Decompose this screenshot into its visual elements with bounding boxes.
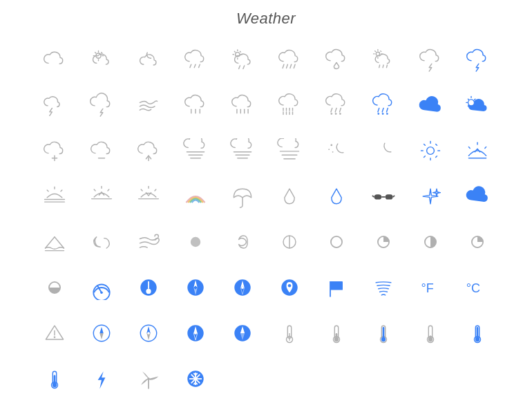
icon-dawn[interactable]	[31, 177, 78, 216]
svg-point-140	[334, 337, 339, 341]
icon-thermometer-half[interactable]	[313, 314, 360, 353]
icon-empty-5	[407, 359, 454, 398]
icon-gauge[interactable]	[78, 268, 125, 307]
icon-cloud-hail-blue[interactable]	[360, 86, 407, 124]
icon-very-dense-fog[interactable]	[266, 131, 313, 170]
icon-dark-cloud-lightning[interactable]	[78, 86, 125, 124]
svg-point-93	[191, 237, 200, 247]
svg-line-8	[287, 64, 288, 68]
icon-moon-stars[interactable]	[313, 131, 360, 170]
icon-cloud-moon[interactable]	[125, 40, 172, 79]
icon-half-moon-right[interactable]	[407, 223, 454, 261]
icon-cloud-lightning2[interactable]	[31, 86, 78, 124]
icon-thermometer-blue[interactable]	[31, 359, 78, 398]
icon-compass4[interactable]	[219, 314, 266, 353]
icon-fog[interactable]	[172, 131, 219, 170]
svg-line-74	[61, 190, 62, 191]
svg-line-89	[393, 196, 395, 197]
icon-sunset[interactable]	[125, 177, 172, 216]
icon-rainbow[interactable]	[172, 177, 219, 216]
svg-point-111	[241, 286, 244, 289]
icon-snowflake-circle[interactable]	[172, 359, 219, 398]
svg-line-36	[378, 109, 379, 112]
icon-cloud-lightning-blue[interactable]	[454, 40, 501, 79]
icon-cloud[interactable]	[31, 40, 78, 79]
icon-sunglasses[interactable]	[360, 177, 407, 216]
icon-celsius[interactable]: °C	[454, 268, 501, 307]
icon-ring-circle[interactable]	[313, 223, 360, 261]
svg-line-38	[387, 109, 388, 112]
svg-line-14	[387, 65, 388, 68]
icon-compass-circle[interactable]	[219, 268, 266, 307]
icon-sunrise[interactable]	[454, 131, 501, 170]
icon-crescent-left[interactable]	[219, 223, 266, 261]
icon-cloud-heavy-rain[interactable]	[266, 40, 313, 79]
svg-point-35	[339, 113, 341, 115]
icon-compass2[interactable]	[125, 314, 172, 353]
icon-wind-lines[interactable]	[125, 223, 172, 261]
svg-text:°F: °F	[421, 281, 434, 295]
svg-line-88	[372, 196, 374, 197]
icon-thermometer-full-blue[interactable]	[360, 314, 407, 353]
icon-circle-gray[interactable]	[172, 223, 219, 261]
icon-sunrise2[interactable]	[78, 177, 125, 216]
icon-wind-turbine[interactable]	[125, 359, 172, 398]
icon-thermometer-circle[interactable]	[125, 268, 172, 307]
icon-moon[interactable]	[360, 131, 407, 170]
icon-cloud-rain[interactable]	[313, 40, 360, 79]
icon-cloud-wind-blue[interactable]	[454, 177, 501, 216]
icon-cloud-6drops[interactable]	[266, 86, 313, 124]
svg-point-144	[381, 337, 386, 341]
icon-sparkle[interactable]	[407, 177, 454, 216]
icon-sun-bright[interactable]	[407, 131, 454, 170]
icon-cloud-upload[interactable]	[125, 131, 172, 170]
icon-night[interactable]	[78, 223, 125, 261]
icon-nav-circle[interactable]	[172, 268, 219, 307]
icon-cloud-add[interactable]	[31, 131, 78, 170]
icon-dense-fog[interactable]	[219, 131, 266, 170]
svg-line-5	[239, 66, 240, 69]
svg-point-39	[377, 113, 379, 115]
icon-cloud-filled-blue[interactable]	[407, 86, 454, 124]
svg-line-78	[94, 189, 95, 191]
icon-warning[interactable]	[31, 314, 78, 353]
icon-water-drop-outline[interactable]	[266, 177, 313, 216]
icon-water-drop-filled[interactable]	[313, 177, 360, 216]
icon-cloud-remove[interactable]	[78, 131, 125, 170]
svg-marker-121	[99, 327, 103, 333]
icon-cloud-sun-blue[interactable]	[454, 86, 501, 124]
icon-sun-cloud-rain[interactable]	[219, 40, 266, 79]
icon-fahrenheit[interactable]: °F	[407, 268, 454, 307]
icon-location-circle[interactable]	[266, 268, 313, 307]
icon-cloud-drizzle[interactable]	[172, 40, 219, 79]
icon-tornado[interactable]	[360, 268, 407, 307]
icon-circle-partial[interactable]	[31, 268, 78, 307]
svg-rect-114	[330, 281, 343, 290]
icon-cloud-4drops[interactable]	[219, 86, 266, 124]
icon-flag[interactable]	[313, 268, 360, 307]
icon-cloud-sleet[interactable]	[313, 86, 360, 124]
icon-compass[interactable]	[78, 314, 125, 353]
svg-line-12	[379, 65, 380, 68]
icon-half-circle[interactable]	[266, 223, 313, 261]
icon-cloud-sun[interactable]	[78, 40, 125, 79]
svg-line-9	[290, 64, 292, 68]
icon-wind[interactable]	[125, 86, 172, 124]
icon-cloud-lightning-gray[interactable]	[407, 40, 454, 79]
svg-marker-122	[99, 333, 103, 339]
icon-cloud-3drops[interactable]	[172, 86, 219, 124]
icon-lightning[interactable]	[78, 359, 125, 398]
icon-full-circle[interactable]	[360, 223, 407, 261]
svg-line-32	[340, 109, 341, 112]
icon-thermometer-cold[interactable]	[407, 314, 454, 353]
svg-point-104	[146, 289, 151, 294]
icon-umbrella[interactable]	[219, 177, 266, 216]
icon-beach[interactable]	[31, 223, 78, 261]
icon-thermometer-outline[interactable]	[266, 314, 313, 353]
icon-sun-cloud-drizzle[interactable]	[360, 40, 407, 79]
svg-line-65	[436, 144, 437, 146]
icon-thermometer-hot[interactable]	[454, 314, 501, 353]
icon-quarter-circle[interactable]	[454, 223, 501, 261]
icon-compass3[interactable]	[172, 314, 219, 353]
icon-empty-3	[313, 359, 360, 398]
